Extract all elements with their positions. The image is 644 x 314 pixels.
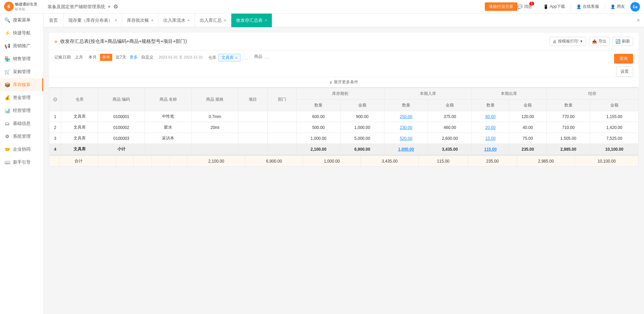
sidebar-item-operations[interactable]: 📊 经营管理 <box>0 104 43 117</box>
sidebar-item-purchase[interactable]: 🛒 采购管理 <box>0 65 43 78</box>
sidebar-item-guide[interactable]: 📖 新手引导 <box>0 156 43 169</box>
expand-panel-btn[interactable]: » <box>54 38 57 45</box>
row3-period-in-amt: 2,600.00 <box>428 133 472 144</box>
separator2 <box>571 3 571 10</box>
expand-more-bar[interactable]: ∨ 展开更多条件 <box>49 77 639 87</box>
tab-batch-close[interactable]: × <box>151 18 153 23</box>
th-period-out-qty: 数量 <box>472 100 509 111</box>
sidebar-label-search: 搜索菜单 <box>13 17 31 23</box>
sidebar-item-marketing[interactable]: 📢 营销推广 <box>0 39 43 52</box>
subtotal-period-out-qty[interactable]: 115.00 <box>472 144 509 155</box>
tab-home[interactable]: 首页 <box>44 14 64 27</box>
refresh-icon: 🔄 <box>615 39 621 44</box>
print-label: 按模板打印 <box>558 38 578 44</box>
gear-icon[interactable]: ⚙ <box>113 3 118 10</box>
row3-period-in-qty-link[interactable]: 520.00 <box>400 136 412 141</box>
quick-icon: ⚡ <box>4 30 10 36</box>
warehouse-chip[interactable]: 文具库 × <box>218 54 241 62</box>
table-wrapper: ⚙ 仓库 商品 编码 商品 名称 商品 规格 项目 部门 库存期初 本期入库 <box>49 88 639 155</box>
trial-button[interactable]: 体验行业方案 <box>485 2 517 11</box>
sidebar-label-quick: 快捷导航 <box>13 30 31 36</box>
tab-home-label: 首页 <box>49 17 58 23</box>
app-download-label: App下载 <box>550 4 565 10</box>
row2-opening-qty: 500.00 <box>297 122 341 133</box>
row3-period-out-qty[interactable]: 15.00 <box>472 133 509 144</box>
row1-opening-amt: 900.00 <box>340 111 384 122</box>
row1-product-code: 0100001 <box>98 111 145 122</box>
table-row: 2 文具库 0100002 胶水 20ml 500.00 1,000.00 23… <box>49 122 639 133</box>
subtotal-period-in-qty[interactable]: 1,000.00 <box>384 144 428 155</box>
tab-in-out-flow-close[interactable]: × <box>187 18 190 23</box>
row2-period-in-qty-link[interactable]: 230.00 <box>400 125 412 130</box>
online-service-button[interactable]: 👤 在线客服 <box>576 4 599 10</box>
refresh-button[interactable]: 🔄 刷新 <box>612 37 633 46</box>
print-button[interactable]: 🖨 按模板打印 ▼ <box>549 37 586 46</box>
expand-label: 展开更多条件 <box>334 79 358 85</box>
refresh-label: 刷新 <box>622 38 630 44</box>
subtotal-period-in-qty-link[interactable]: 1,000.00 <box>398 147 414 152</box>
date-btn-this-month[interactable]: 本月 <box>86 54 99 61</box>
row2-period-out-qty[interactable]: 20.00 <box>472 122 509 133</box>
close-all-tabs[interactable]: × <box>637 17 644 23</box>
row1-product-spec: 0.7mm <box>192 111 238 122</box>
row2-project <box>238 122 268 133</box>
sidebar-item-search[interactable]: 🔍 搜索菜单 <box>0 14 43 27</box>
export-button[interactable]: 📤 导出 <box>589 37 610 46</box>
row3-period-in-qty[interactable]: 520.00 <box>384 133 428 144</box>
date-btn-7days[interactable]: 近7天 <box>114 54 128 61</box>
row2-warehouse: 文具库 <box>61 122 98 133</box>
dropdown-icon[interactable]: ▼ <box>107 4 111 9</box>
total-opening-qty: 2,100.00 <box>187 156 245 167</box>
row2-period-out-qty-link[interactable]: 20.00 <box>485 125 496 130</box>
sidebar-item-sales[interactable]: 🏪 销售管理 <box>0 52 43 65</box>
settings-button[interactable]: 设置 <box>616 66 633 77</box>
product-more-btn[interactable]: ... <box>264 54 270 60</box>
sidebar-item-quick[interactable]: ⚡ 快捷导航 <box>0 27 43 39</box>
col-settings-icon[interactable]: ⚙ <box>53 97 57 102</box>
row1-period-in-qty-link[interactable]: 250.00 <box>400 114 412 119</box>
sidebar-item-system[interactable]: ⚙ 系统管理 <box>0 130 43 143</box>
tab-batch[interactable]: 库存批次账 × <box>122 14 159 27</box>
th-product-name: 商品 名称 <box>145 88 192 111</box>
sidebar-label-operations: 经营管理 <box>13 108 31 114</box>
row3-period-out-amt: 75.00 <box>509 133 546 144</box>
date-btn-last-month[interactable]: 上月 <box>73 54 85 61</box>
date-btn-this-year[interactable]: 本年 <box>100 54 112 61</box>
row3-period-out-qty-link[interactable]: 15.00 <box>485 136 496 141</box>
row2-no: 2 <box>49 122 61 133</box>
row1-product-name: 中性笔 <box>145 111 192 122</box>
table-row: 1 文具库 0100001 中性笔 0.7mm 600.00 900.00 25… <box>49 111 639 122</box>
user-button[interactable]: 👤 用友 <box>610 4 625 10</box>
sidebar-label-purchase: 采购管理 <box>13 69 31 75</box>
subtotal-period-out-qty-link[interactable]: 115.00 <box>484 147 497 152</box>
sidebar-item-finance[interactable]: 💰 资金管理 <box>0 91 43 104</box>
message-button[interactable]: 💬 消息 6 <box>517 4 532 10</box>
tab-recv-send-close[interactable]: × <box>265 18 267 23</box>
sidebar-item-inventory[interactable]: 📦 库存核算 <box>0 78 43 91</box>
tab-recv-send[interactable]: 收发存汇总表 × <box>231 14 272 27</box>
query-button[interactable]: 查询 <box>614 54 633 64</box>
date-btn-custom[interactable]: 自定义 <box>139 54 155 61</box>
sidebar-item-enterprise[interactable]: 🤝 企业协同 <box>0 143 43 156</box>
logo-sub: 标准版 <box>15 7 37 12</box>
tab-in-out-flow[interactable]: 出入库流水 × <box>159 14 195 27</box>
row1-period-out-qty[interactable]: 80.00 <box>472 111 509 122</box>
tab-in-out-summary-close[interactable]: × <box>224 18 226 23</box>
date-btn-more[interactable]: 更多 <box>130 54 138 60</box>
row1-period-out-qty-link[interactable]: 80.00 <box>485 114 496 119</box>
tab-stock-dist[interactable]: 现存量（库存分布表） × <box>64 14 122 27</box>
row2-department <box>267 122 297 133</box>
row2-period-in-qty[interactable]: 230.00 <box>384 122 428 133</box>
row1-period-in-qty[interactable]: 250.00 <box>384 111 428 122</box>
tab-stock-dist-close[interactable]: × <box>115 18 117 23</box>
product-filter-label: 商品 <box>254 54 262 60</box>
warehouse-chip-close[interactable]: × <box>235 55 237 60</box>
warehouse-more-btn[interactable]: ... <box>243 55 249 61</box>
tab-in-out-summary[interactable]: 出入库汇总 × <box>195 14 231 27</box>
row3-opening-qty: 1,000.00 <box>297 133 341 144</box>
sidebar-item-basic[interactable]: 🗂 基础信息 <box>0 117 43 130</box>
row3-product-spec <box>192 133 238 144</box>
table-row: 3 文具库 0100003 采访本 1,000.00 5,000.00 520.… <box>49 133 639 144</box>
total-period-out-qty: 115.00 <box>418 156 468 167</box>
app-download-button[interactable]: 📱 App下载 <box>543 4 565 10</box>
